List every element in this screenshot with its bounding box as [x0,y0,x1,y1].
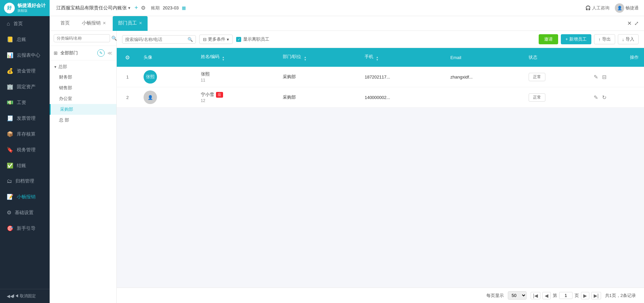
expense-icon: 📝 [7,194,13,200]
dept-search-icon[interactable]: 🔍 [111,36,117,41]
sidebar-item-reports[interactable]: 📊 云报表中心 [0,47,50,63]
table-footer: 每页显示 50 10 20 100 |◀ ◀ 第 页 ▶ ▶| [117,288,644,303]
sidebar-item-tax[interactable]: 🔖 税务管理 [0,142,50,158]
dept-search-input[interactable] [54,34,110,42]
name-sort-icon[interactable]: ▲▼ [222,56,225,61]
dept-sort-icon[interactable]: ▲▼ [304,56,307,61]
col-phone[interactable]: 手机 ▲▼ [359,48,445,67]
dept-item-headquarters[interactable]: 总 部 [50,115,116,125]
import-label: 导入 [626,36,634,42]
status-badge-2: 正常 [529,93,545,102]
tab-dept[interactable]: 部门员工 ✕ [113,16,148,31]
dept-arrow-icon: ▼ [54,65,57,69]
last-page-btn[interactable]: ▶| [591,292,601,299]
per-page-label: 每页显示 [486,293,504,299]
sidebar-label-invoice: 发票管理 [17,115,36,121]
export-button[interactable]: ↑ 导出 [594,34,615,44]
filter-button[interactable]: ⊟ 更多条件 ▾ [199,35,233,44]
dept-all-icon: ⊞ [54,50,58,56]
first-page-btn[interactable]: |◀ [531,292,540,299]
tab-right-actions: ✕ ⤢ [627,20,639,27]
sidebar-item-expense[interactable]: 📝 小畅报销 [0,189,50,205]
sidebar-item-archive[interactable]: 🗂 归档管理 [0,173,50,189]
row2-status: 正常 [523,87,588,108]
dept-item-finance[interactable]: 财务部 [50,72,116,83]
left-panel: 🔍 ⊞ 全部部门 ✎ ≪ ▼ 总部 [50,31,117,303]
tab-home[interactable]: 首页 [55,16,75,31]
add-icon[interactable]: + [135,4,138,11]
row1-logout-icon[interactable]: ⊟ [602,74,606,80]
sidebar: ⌂ 首页 📒 总账 📊 云报表中心 💰 资金管理 🏢 固定资产 💵 工资 🧾 发… [0,16,50,303]
prev-page-btn[interactable]: ◀ [542,292,551,299]
dept-edit-btn[interactable]: ✎ [97,49,105,57]
row2-refresh-icon[interactable]: ↻ [602,94,606,101]
service-button[interactable]: 🎧 人工咨询 [585,5,609,11]
dept-tree: ▼ 总部 财务部 销售部 办公室 采购部 [50,60,116,303]
row1-edit-icon[interactable]: ✎ [594,74,598,80]
per-page-select[interactable]: 50 10 20 100 [508,291,527,300]
pin-button[interactable]: ◀◀ ◀◀ 取消固定 [0,289,50,303]
sidebar-item-invoice[interactable]: 🧾 发票管理 [0,110,50,126]
search-icon[interactable]: 🔍 [187,37,193,42]
company-name: 江西服宝精品有限责任公司内账张 [56,5,127,11]
row1-name: 张熙 11 [196,67,277,87]
checkbox-icon [236,37,241,42]
tab-dept-close[interactable]: ✕ [139,21,142,26]
table-settings-btn[interactable]: ⚙ [122,52,133,63]
phone-sort-icon[interactable]: ▲▼ [376,56,379,61]
sidebar-item-ledger[interactable]: 📒 总账 [0,32,50,47]
tab-expand-btn[interactable]: ⤢ [634,20,639,27]
import-button[interactable]: ↓ 导入 [618,34,639,44]
next-page-btn[interactable]: ▶ [581,292,589,299]
show-resign-label: 显示离职员工 [243,36,269,42]
sidebar-item-funds[interactable]: 💰 资金管理 [0,63,50,79]
tab-close-btn[interactable]: ✕ [627,20,632,27]
company-dropdown-icon[interactable]: ▾ [128,5,130,10]
sidebar-label-inventory: 库存核算 [17,131,36,137]
sidebar-item-inventory[interactable]: 📦 库存核算 [0,126,50,142]
row2-name: 宁小雪 应 12 [196,87,277,108]
sidebar-item-salary[interactable]: 💵 工资 [0,95,50,110]
sidebar-item-assets[interactable]: 🏢 固定资产 [0,79,50,95]
dept-collapse-btn[interactable]: ≪ [107,50,112,56]
col-status: 状态 [523,48,588,67]
user-menu[interactable]: 👤 畅捷通 [615,3,639,13]
invite-button[interactable]: 邀请 [539,34,558,44]
logo-area: 好 畅捷通好会计 旗舰版 [0,0,50,16]
search-input[interactable] [125,37,185,42]
row1-status: 正常 [523,67,588,87]
col-name[interactable]: 姓名/编码 ▲▼ [196,48,277,67]
dept-root-label[interactable]: ▼ 总部 [54,64,112,70]
add-employee-button[interactable]: + 新增员工 [561,34,591,44]
sidebar-item-home[interactable]: ⌂ 首页 [0,16,50,32]
sidebar-label-expense: 小畅报销 [17,194,36,200]
tab-expense[interactable]: 小畅报销 ✕ [76,16,111,31]
sidebar-item-settings[interactable]: ⚙ 基础设置 [0,205,50,220]
sidebar-label-archive: 归档管理 [15,178,34,184]
total-records-label: 共1页，2条记录 [605,293,636,299]
col-dept[interactable]: 部门/职位 ▲▼ [277,48,359,67]
row1-avatar: 张熙 [138,67,196,87]
filter-icon: ⊟ [203,37,207,42]
reports-icon: 📊 [7,52,13,58]
code-zhang: 11 [201,78,272,83]
sidebar-item-guide[interactable]: 🎯 新手引导 [0,220,50,236]
salary-icon: 💵 [7,99,13,106]
dept-item-office[interactable]: 办公室 [50,93,116,104]
dept-item-sales[interactable]: 销售部 [50,83,116,93]
guide-icon: 🎯 [7,225,13,232]
page-number-input[interactable] [559,292,573,299]
calendar-icon[interactable]: ▦ [182,5,186,10]
sidebar-label-closing: 结账 [17,163,26,169]
tab-expense-close[interactable]: ✕ [103,21,106,26]
dept-root-name: 总部 [58,64,67,70]
sidebar-item-closing[interactable]: ✅ 结账 [0,158,50,173]
settings-icon[interactable]: ⚙ [141,5,146,11]
main-layout: ⌂ 首页 📒 总账 📊 云报表中心 💰 资金管理 🏢 固定资产 💵 工资 🧾 发… [0,16,644,303]
avatar-zhang: 张熙 [144,70,157,84]
sidebar-label-assets: 固定资产 [17,84,36,90]
dept-item-purchase[interactable]: 采购部 [50,104,116,115]
show-resign-checkbox[interactable]: 显示离职员工 [236,36,269,42]
row2-edit-icon[interactable]: ✎ [594,94,598,101]
dept-all-label[interactable]: 全部部门 [60,50,95,56]
